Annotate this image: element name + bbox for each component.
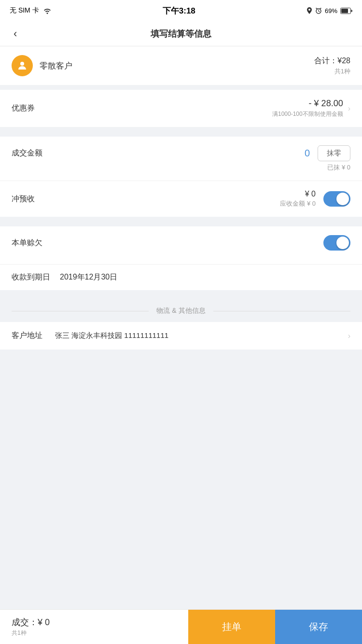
alarm-icon (315, 7, 322, 14)
customer-row: 零散客户 合计：¥28 共1种 (0, 46, 362, 85)
deal-section: 成交金额 0 抹零 已抹 ¥ 0 冲预收 ¥ 0 应收金额 ¥ 0 (0, 137, 362, 217)
debit-row: 本单赊欠 (12, 235, 350, 251)
deal-amount-value: 0 (305, 148, 310, 159)
bottom-deal: 成交：¥ 0 (12, 616, 177, 628)
coupon-row[interactable]: 优惠券 - ¥ 28.00 满1000-100不限制使用金额 › (0, 90, 362, 127)
coupon-right-text: - ¥ 28.00 满1000-100不限制使用金额 (272, 98, 343, 118)
deal-label: 成交金额 (12, 148, 42, 158)
wifi-icon (43, 7, 52, 14)
customer-summary: 合计：¥28 共1种 (314, 56, 350, 76)
total-count: 共1种 (314, 67, 350, 76)
location-icon (306, 7, 312, 14)
bottom-deal-label: 成交： (12, 617, 38, 627)
due-date-value: 2019年12月30日 (60, 272, 117, 282)
separator-1 (0, 132, 362, 137)
back-button[interactable]: ‹ (10, 26, 21, 42)
bottom-count: 共1种 (12, 629, 177, 637)
save-button[interactable]: 保存 (275, 610, 362, 644)
due-date-row: 收款到期日 2019年12月30日 (0, 264, 362, 290)
coupon-chevron-icon: › (348, 104, 350, 113)
empty-space (0, 354, 362, 461)
svg-rect-2 (341, 9, 348, 13)
battery-icon (340, 8, 352, 14)
advance-right: ¥ 0 应收金额 ¥ 0 (280, 190, 350, 208)
battery-percent: 69% (325, 7, 337, 14)
deal-sub: 已抹 ¥ 0 (12, 163, 350, 172)
address-value: 张三 海淀永丰科技园 11111111111 (55, 331, 348, 340)
discount-desc: 满1000-100不限制使用金额 (272, 110, 343, 118)
coupon-right: - ¥ 28.00 满1000-100不限制使用金额 › (272, 98, 350, 118)
advance-row: 冲预收 ¥ 0 应收金额 ¥ 0 (0, 181, 362, 217)
round-button[interactable]: 抹零 (318, 145, 350, 161)
due-date-label: 收款到期日 (12, 272, 50, 282)
nav-bar: ‹ 填写结算等信息 (0, 21, 362, 46)
pending-button[interactable]: 挂单 (188, 610, 275, 644)
debit-toggle[interactable] (323, 235, 350, 251)
bottom-deal-amount: ¥ 0 (38, 617, 50, 627)
bottom-bar: 成交：¥ 0 共1种 挂单 保存 (0, 609, 362, 644)
customer-name: 零散客户 (40, 60, 72, 71)
customer-left: 零散客户 (12, 55, 72, 76)
deal-amount-row: 成交金额 0 抹零 已抹 ¥ 0 (0, 137, 362, 181)
divider-line-left (12, 311, 149, 311)
coupon-label: 优惠券 (12, 103, 35, 113)
advance-label: 冲预收 (12, 194, 35, 204)
deal-right-group: 0 抹零 (305, 145, 350, 161)
avatar (12, 55, 33, 76)
status-left: 无 SIM 卡 (10, 6, 52, 15)
advance-toggle[interactable] (323, 191, 350, 207)
status-bar: 无 SIM 卡 下午3:18 69% (0, 0, 362, 21)
svg-point-3 (20, 62, 24, 66)
deal-top: 成交金额 0 抹零 (12, 145, 350, 161)
logistics-text: 物流 & 其他信息 (156, 307, 205, 315)
logistics-divider: 物流 & 其他信息 (0, 300, 362, 322)
separator-2 (0, 222, 362, 226)
debit-row-container: 本单赊欠 (0, 226, 362, 259)
address-chevron-icon: › (348, 332, 350, 340)
address-row[interactable]: 客户地址 张三 海淀永丰科技园 11111111111 › (0, 322, 362, 350)
coupon-section: 优惠券 - ¥ 28.00 满1000-100不限制使用金额 › (0, 90, 362, 127)
advance-amounts: ¥ 0 应收金额 ¥ 0 (280, 190, 316, 208)
separator-3 (0, 295, 362, 300)
advance-main-amount: ¥ 0 (280, 190, 316, 198)
total-amount: 合计：¥28 (314, 56, 350, 66)
advance-sub-label: 应收金额 ¥ 0 (280, 199, 316, 208)
page-title: 填写结算等信息 (151, 28, 211, 40)
status-time: 下午3:18 (163, 5, 195, 16)
status-right: 69% (306, 7, 352, 14)
debit-label: 本单赊欠 (12, 238, 42, 248)
no-sim-text: 无 SIM 卡 (10, 6, 39, 15)
bottom-summary: 成交：¥ 0 共1种 (0, 616, 188, 637)
divider-line-right (213, 311, 350, 311)
address-label: 客户地址 (12, 331, 50, 341)
discount-amount: - ¥ 28.00 (272, 98, 343, 109)
debit-section: 本单赊欠 收款到期日 2019年12月30日 (0, 226, 362, 290)
